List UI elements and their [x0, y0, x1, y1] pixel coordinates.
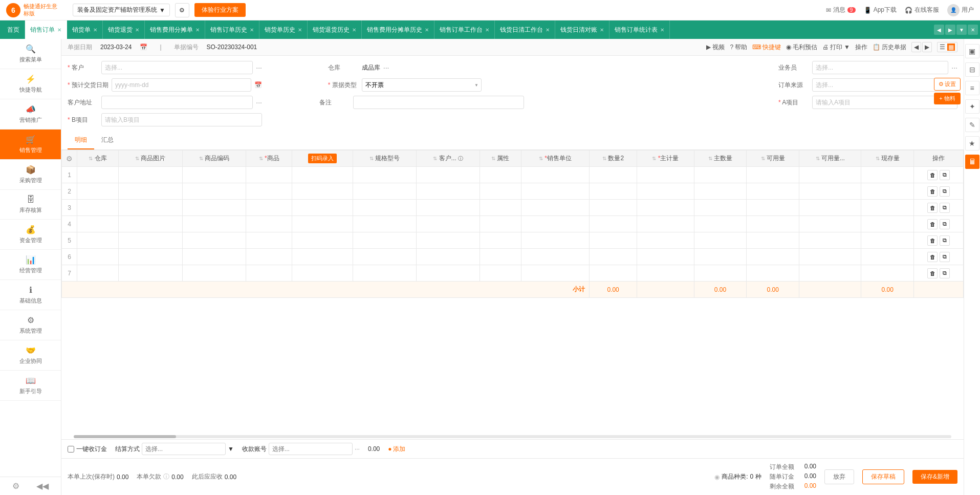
tab-sales-expense[interactable]: 销售费用分摊单 ✕: [145, 20, 205, 39]
row-1-unit[interactable]: [521, 167, 589, 183]
row-1-warehouse[interactable]: [77, 167, 119, 183]
row-7-scan[interactable]: [292, 265, 353, 282]
row-4-main-qty[interactable]: [694, 216, 747, 232]
col-available[interactable]: ⇅ 可用量: [747, 150, 799, 167]
row-7-available[interactable]: [747, 265, 799, 282]
row-4-product[interactable]: [246, 216, 292, 232]
bank-dots-btn[interactable]: ···: [355, 445, 360, 453]
grid-view-icon[interactable]: ☰: [940, 44, 945, 51]
one-click-checkbox[interactable]: [68, 446, 74, 453]
row-7-unit[interactable]: [521, 265, 589, 282]
tab-home[interactable]: 首页: [2, 20, 25, 39]
sidebar-item-purchase[interactable]: 📦 采购管理: [0, 160, 61, 190]
row-4-customer-code[interactable]: [417, 216, 480, 232]
sidebar-item-quicknav[interactable]: ⚡ 快捷导航: [0, 69, 61, 99]
row-1-spec[interactable]: [353, 167, 417, 183]
sidebar-item-base[interactable]: ℹ 基础信息: [0, 280, 61, 310]
row-7-customer-code[interactable]: [417, 265, 480, 282]
col-stock[interactable]: ⇅ 现存量: [861, 150, 914, 167]
row-6-scan[interactable]: [292, 249, 353, 265]
row-7-copy[interactable]: ⧉: [940, 268, 950, 278]
row-3-delete[interactable]: 🗑: [927, 203, 938, 213]
tab-detail[interactable]: 明细: [68, 132, 94, 149]
col-customer-code[interactable]: ⇅ 客户... ⓘ: [417, 150, 480, 167]
row-1-stock[interactable]: [861, 167, 914, 183]
payment-method-input[interactable]: [142, 443, 226, 455]
row-6-product-code[interactable]: [182, 249, 246, 265]
row-3-warehouse[interactable]: [77, 200, 119, 216]
row-1-qty2[interactable]: [590, 167, 637, 183]
row-3-main-qty[interactable]: [694, 200, 747, 216]
row-6-stock[interactable]: [861, 249, 914, 265]
row-2-attribute[interactable]: [480, 183, 521, 200]
tab-sales-order-history[interactable]: 销售订单历史 ✕: [205, 20, 259, 39]
row-7-attribute[interactable]: [480, 265, 521, 282]
tab-cash-workbench[interactable]: 钱货日清工作台 ✕: [495, 20, 555, 39]
profit-btn[interactable]: ◉ 毛利预估: [786, 43, 817, 52]
row-3-available[interactable]: [747, 200, 799, 216]
sidebar-item-finance[interactable]: 💰 资金管理: [0, 220, 61, 250]
row-5-main-qty[interactable]: [694, 232, 747, 249]
row-3-stock[interactable]: [861, 200, 914, 216]
col-settings[interactable]: ⚙: [62, 150, 77, 167]
row-5-customer-code[interactable]: [417, 232, 480, 249]
staff-dots-btn[interactable]: ···: [951, 63, 957, 72]
col-spec[interactable]: ⇅ 规格型号: [353, 150, 417, 167]
tab-sales-bill-history[interactable]: 销货单历史 ✕: [259, 20, 308, 39]
right-icon-3[interactable]: ≡: [965, 81, 979, 95]
col-unit[interactable]: ⇅ *销售单位: [521, 150, 589, 167]
sidebar-item-marketing[interactable]: 📣 营销推广: [0, 99, 61, 130]
scan-input-btn[interactable]: 扫码录入: [308, 154, 337, 163]
abandon-btn[interactable]: 放弃: [824, 469, 854, 484]
row-5-main-unit[interactable]: [637, 232, 694, 249]
row-4-qty2[interactable]: [590, 216, 637, 232]
row-4-stock[interactable]: [861, 216, 914, 232]
row-3-attribute[interactable]: [480, 200, 521, 216]
sidebar-item-operations[interactable]: 📊 经营管理: [0, 250, 61, 280]
system-selector[interactable]: 装备及固定资产辅助管理系统 ▼: [73, 4, 170, 16]
row-4-product-img[interactable]: [118, 216, 182, 232]
card-view-icon[interactable]: ▦: [947, 44, 955, 51]
row-7-warehouse[interactable]: [77, 265, 119, 282]
row-2-stock[interactable]: [861, 183, 914, 200]
col-product-code[interactable]: ⇅ 商品编码: [182, 150, 246, 167]
sidebar-item-sales[interactable]: 🛒 销售管理: [0, 130, 61, 160]
calendar-icon[interactable]: 📅: [140, 44, 147, 51]
row-6-unit[interactable]: [521, 249, 589, 265]
row-1-available[interactable]: [747, 167, 799, 183]
row-2-delete[interactable]: 🗑: [927, 186, 938, 197]
bank-account-input[interactable]: [269, 443, 353, 455]
row-6-product[interactable]: [246, 249, 292, 265]
right-icon-5[interactable]: ✎: [965, 118, 979, 132]
row-1-main-unit[interactable]: [637, 167, 694, 183]
row-3-product[interactable]: [246, 200, 292, 216]
row-2-scan[interactable]: [292, 183, 353, 200]
col-attribute[interactable]: ⇅ 属性: [480, 150, 521, 167]
settings-icon[interactable]: ⚙: [175, 3, 189, 17]
payment-dropdown-icon[interactable]: ▼: [228, 445, 234, 453]
row-6-customer-code[interactable]: [417, 249, 480, 265]
warehouse-dots-btn[interactable]: ···: [383, 63, 389, 72]
tab-sales-return[interactable]: 销货退货 ✕: [103, 20, 145, 39]
online-service[interactable]: 🎧 在线客服: [905, 6, 939, 14]
col-available2[interactable]: ⇅ 可用量...: [799, 150, 861, 167]
add-deposit-btn[interactable]: ● 添加: [388, 445, 405, 454]
row-5-warehouse[interactable]: [77, 232, 119, 249]
row-3-main-unit[interactable]: [637, 200, 694, 216]
row-7-product-code[interactable]: [182, 265, 246, 282]
row-4-unit[interactable]: [521, 216, 589, 232]
row-2-qty2[interactable]: [590, 183, 637, 200]
row-2-copy[interactable]: ⧉: [940, 186, 950, 197]
tab-summary[interactable]: 汇总: [94, 132, 121, 149]
row-3-available2[interactable]: [799, 200, 861, 216]
customer-input[interactable]: [101, 61, 253, 74]
nav-expand[interactable]: ▼: [956, 25, 967, 35]
row-6-attribute[interactable]: [480, 249, 521, 265]
tab-expense-history[interactable]: 销售费用分摊单历史 ✕: [362, 20, 434, 39]
row-4-delete[interactable]: 🗑: [927, 219, 938, 229]
date-picker-icon[interactable]: 📅: [254, 81, 262, 89]
customer-address-input[interactable]: [101, 96, 253, 109]
row-7-product[interactable]: [246, 265, 292, 282]
row-7-main-unit[interactable]: [637, 265, 694, 282]
row-4-main-unit[interactable]: [637, 216, 694, 232]
